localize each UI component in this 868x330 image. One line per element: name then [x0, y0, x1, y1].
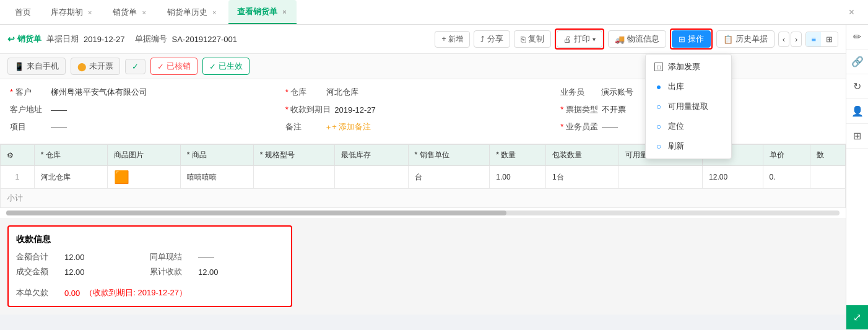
col-image: 商品图片	[107, 145, 180, 166]
tab-inventory-close[interactable]: ×	[87, 9, 93, 16]
copy-button[interactable]: ⎘ 复制	[514, 30, 551, 48]
out-warehouse-item[interactable]: ● 出库	[646, 77, 731, 97]
staff-label: 业务员	[560, 87, 597, 98]
table-scrollbar-thumb[interactable]	[6, 211, 506, 215]
history-button[interactable]: 📋 历史单据	[716, 30, 775, 48]
current-owed-value: 0.00	[64, 289, 80, 298]
customer-label: 客户	[10, 87, 47, 98]
col-price: 单价	[763, 145, 810, 166]
not-open-ticket-button[interactable]: ⬤ 未开票	[71, 58, 120, 75]
add-invoice-item[interactable]: □ 添加发票	[646, 57, 731, 77]
tab-inventory[interactable]: 库存期初 ×	[42, 0, 102, 24]
due-date-value: 2019-12-27	[334, 105, 376, 115]
deal-amount-label: 成交金额	[16, 266, 59, 277]
tab-view-sales[interactable]: 查看销货单 ×	[228, 0, 296, 24]
subtotal-cell: 小计	[1, 189, 846, 208]
next-arrow[interactable]: ›	[791, 32, 802, 47]
subtotal-row: 小计	[1, 189, 846, 208]
amount-total-label: 金额合计	[16, 251, 59, 263]
refresh-item[interactable]: ○ 刷新	[646, 136, 731, 156]
customer-field: 客户 柳州粤港平安气体有限公司	[10, 87, 285, 98]
bottom-area: 收款信息 金额合计 12.00 同单现结 —— 成交金额 12.00	[0, 218, 846, 315]
doc-type-title: ↩ 销货单	[7, 33, 41, 45]
deal-amount-value: 12.00	[64, 267, 85, 277]
tab-sales[interactable]: 销货单 ×	[104, 0, 155, 24]
same-order-label: 同单现结	[150, 251, 193, 263]
remark-field: 备注 + + 添加备注	[285, 121, 561, 132]
row-current: 12.00	[703, 166, 763, 189]
check-icon: ✓	[132, 62, 139, 71]
refresh-icon: ○	[654, 142, 663, 150]
payment-grid: 金额合计 12.00 同单现结 —— 成交金额 12.00 累计收款 12.00	[16, 251, 284, 298]
prev-arrow[interactable]: ‹	[778, 32, 789, 47]
col-amount: 数	[810, 145, 846, 166]
payment-box: 收款信息 金额合计 12.00 同单现结 —— 成交金额 12.00	[7, 225, 292, 307]
history-icon: 📋	[723, 35, 733, 44]
sidebar-table-icon[interactable]: ⊞	[846, 124, 868, 149]
operations-highlight: ⊞ 操作	[670, 28, 713, 50]
col-pack-qty: 包装数量	[545, 145, 618, 166]
add-invoice-icon: □	[654, 63, 663, 71]
num-field: 单据编号 SA-20191227-001	[135, 33, 238, 45]
locate-item[interactable]: ○ 定位	[646, 116, 731, 136]
tab-bar: 首页 库存期初 × 销货单 × 销货单历史 × 查看销货单 × ×	[0, 0, 868, 25]
sidebar-rotate-icon[interactable]: ↻	[846, 74, 868, 99]
share-icon: ⤴	[480, 35, 485, 44]
check-button[interactable]: ✓	[125, 59, 145, 74]
sidebar-expand-icon[interactable]: ⤢	[846, 305, 868, 330]
tab-home[interactable]: 首页	[6, 0, 40, 24]
view-grid-button[interactable]: ⊞	[821, 32, 838, 46]
view-list-button[interactable]: ≡	[806, 32, 821, 46]
ticket-value: 不开票	[602, 104, 626, 115]
sold-button[interactable]: ✓ 已核销	[150, 58, 197, 75]
effective-button[interactable]: ✓ 已生效	[202, 58, 250, 75]
row-available	[618, 166, 702, 189]
window-close-button[interactable]: ×	[841, 3, 862, 22]
due-date-field: 收款到期日 2019-12-27	[285, 104, 561, 115]
project-value: ——	[51, 123, 67, 132]
toolbar-info: 单据日期 2019-12-27 单据编号 SA-20191227-001	[46, 33, 237, 45]
col-spec: * 规格型号	[253, 145, 335, 166]
current-owed-full-row: 本单欠款 0.00 （收款到期日: 2019-12-27）	[16, 287, 284, 298]
sold-check-icon: ✓	[157, 62, 164, 71]
same-order-row: 同单现结 ——	[150, 251, 284, 263]
sidebar-edit-icon[interactable]: ✏	[846, 25, 868, 50]
sidebar-user-icon[interactable]: 👤	[846, 99, 868, 124]
print-highlight: 🖨 打印 ▾	[555, 28, 604, 50]
col-min-stock: 最低库存	[335, 145, 408, 166]
salesperson-value: ——	[602, 123, 618, 132]
table-scrollbar[interactable]	[6, 211, 840, 215]
new-button[interactable]: + 新增	[435, 31, 469, 48]
available-fetch-item[interactable]: ○ 可用量提取	[646, 97, 731, 116]
row-warehouse: 河北仓库	[34, 166, 107, 189]
col-settings[interactable]: ⚙	[1, 145, 35, 166]
salesperson-label: 业务员孟	[560, 121, 598, 132]
tab-sales-history[interactable]: 销货单历史 ×	[158, 0, 226, 24]
due-note: （收款到期日: 2019-12-27）	[85, 287, 187, 298]
from-phone-button[interactable]: 📱 来自手机	[7, 58, 66, 75]
cumulative-row: 累计收款 12.00	[150, 266, 284, 277]
print-button[interactable]: 🖨 打印 ▾	[557, 30, 602, 48]
tab-sales-close[interactable]: ×	[141, 9, 147, 16]
logistics-button[interactable]: 🚚 物流信息	[608, 30, 666, 48]
tab-view-sales-close[interactable]: ×	[281, 8, 287, 15]
toolbar-left: ↩ 销货单 单据日期 2019-12-27 单据编号 SA-20191227-0…	[7, 33, 237, 45]
col-warehouse: * 仓库	[34, 145, 107, 166]
operations-button[interactable]: ⊞ 操作	[672, 30, 711, 48]
right-sidebar: ✏ 🔗 ↻ 👤 ⊞ ⤢	[846, 25, 868, 330]
add-remark-button[interactable]: + + 添加备注	[326, 121, 371, 132]
row-product: 嘻嘻嘻嘻	[180, 166, 253, 189]
print-icon: 🖨	[563, 35, 571, 44]
row-image: 🟧	[107, 166, 180, 189]
effective-check-icon: ✓	[209, 62, 216, 71]
col-unit: * 销售单位	[408, 145, 490, 166]
ticket-icon: ⬤	[77, 62, 87, 71]
sidebar-link-icon[interactable]: 🔗	[846, 50, 868, 74]
row-num: 1	[1, 166, 35, 189]
warehouse-value: 河北仓库	[326, 87, 358, 98]
remark-label: 备注	[285, 121, 323, 132]
tab-sales-history-close[interactable]: ×	[211, 9, 217, 16]
date-field: 单据日期 2019-12-27	[46, 33, 125, 45]
share-button[interactable]: ⤴ 分享	[474, 30, 510, 48]
warehouse-field: 仓库 河北仓库	[285, 87, 561, 98]
